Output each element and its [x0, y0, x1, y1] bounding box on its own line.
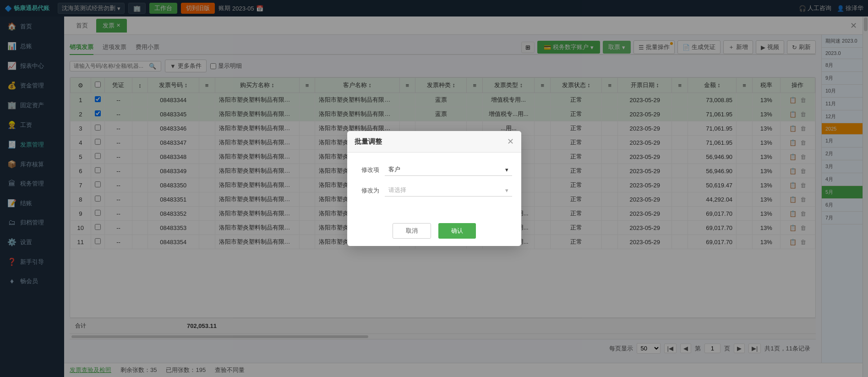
modal-footer: 取消 确认 — [347, 216, 521, 246]
value-select[interactable]: 请选择 ▾ — [385, 184, 512, 197]
modal-body: 修改项 客户 ▾ 修改为 请选择 ▾ — [347, 153, 521, 216]
field-select[interactable]: 客户 ▾ — [385, 164, 512, 176]
chevron-down-icon2: ▾ — [505, 187, 508, 194]
modal-header: 批量调整 ✕ — [347, 131, 521, 153]
cancel-btn[interactable]: 取消 — [393, 223, 431, 239]
value-placeholder: 请选择 — [388, 186, 406, 194]
confirm-btn[interactable]: 确认 — [438, 223, 476, 239]
modal-close-btn[interactable]: ✕ — [507, 137, 514, 147]
field-label: 修改项 — [356, 166, 379, 174]
batch-adjust-modal: 批量调整 ✕ 修改项 客户 ▾ 修改为 请选择 ▾ 取消 确认 — [347, 131, 521, 246]
modal-title: 批量调整 — [355, 137, 382, 146]
chevron-down-icon: ▾ — [505, 166, 508, 173]
modal-overlay[interactable]: 批量调整 ✕ 修改项 客户 ▾ 修改为 请选择 ▾ 取消 确认 — [0, 0, 868, 377]
field-value: 客户 — [388, 165, 400, 174]
value-row: 修改为 请选择 ▾ — [356, 184, 512, 197]
value-label: 修改为 — [356, 186, 379, 195]
field-row: 修改项 客户 ▾ — [356, 164, 512, 176]
